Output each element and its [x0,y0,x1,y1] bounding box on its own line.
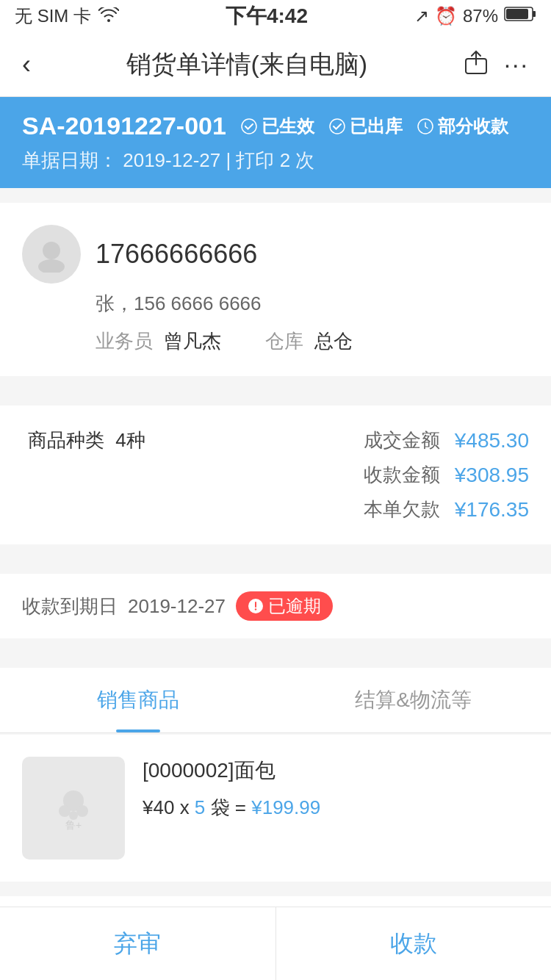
product-type-label: 商品种类 [28,429,104,451]
warehouse-info: 仓库 总仓 [265,328,353,354]
more-button[interactable]: ··· [504,50,529,79]
summary-row: 商品种类 4种 成交金额 ¥485.30 收款金额 ¥308.95 本单欠款 ¥… [22,428,529,522]
svg-text:鲁+: 鲁+ [65,819,82,831]
share-button[interactable] [463,48,489,80]
total-1: ¥199.99 [251,796,320,818]
status-time: 下午4:42 [226,2,308,30]
nav-right[interactable]: ··· [463,48,529,80]
warehouse-name: 总仓 [314,330,353,352]
customer-card: 17666666666 张，156 6666 6666 业务员 曾凡杰 仓库 总… [0,203,551,376]
svg-point-7 [43,242,60,259]
overdue-badge: 已逾期 [236,591,333,621]
alarm-icon: ⏰ [435,6,457,26]
sales-name: 曾凡杰 [164,330,221,352]
svg-point-12 [59,805,71,817]
sales-info: 业务员 曾凡杰 [96,328,221,354]
customer-info: 业务员 曾凡杰 仓库 总仓 [22,328,529,354]
order-id-text: SA-20191227-001 [22,112,226,140]
nav-title: 销货单详情(来自电脑) [126,48,368,82]
collected-row: 收款金额 ¥308.95 [364,462,529,488]
svg-point-4 [242,119,256,134]
order-date: 2019-12-27 [123,149,220,171]
tabs: 销售商品 结算&物流等 [0,668,551,733]
list-item: 鲁+ [0000002]面包 ¥40 x 5 袋 = ¥199.99 [0,735,551,882]
status-badge-3: 部分收款 [417,115,508,138]
customer-name: 张，156 6666 6666 [22,291,529,317]
customer-id: 17666666666 [96,239,257,270]
tab-sales-label: 销售商品 [97,686,179,714]
warehouse-label: 仓库 [265,330,303,352]
product-info-1: [0000002]面包 ¥40 x 5 袋 = ¥199.99 [143,757,529,821]
back-button[interactable]: ‹ [22,49,31,80]
status-badge-1: 已生效 [241,115,314,138]
tab-sales[interactable]: 销售商品 [0,668,276,732]
transaction-row: 成交金额 ¥485.30 [364,428,529,453]
order-banner: SA-20191227-001 已生效 已出库 部分收款 单据日期： 2019-… [0,97,551,188]
customer-name-row: 17666666666 [22,225,529,284]
product-thumbnail-1: 鲁+ [22,757,125,860]
order-id-row: SA-20191227-001 已生效 已出库 部分收款 [22,112,529,140]
debt-amount: ¥176.35 [455,498,529,522]
cancel-review-button[interactable]: 弃审 [0,907,276,980]
wifi-icon [98,6,119,26]
tab-settlement-label: 结算&物流等 [355,686,472,714]
svg-point-10 [255,608,256,610]
sales-label: 业务员 [96,330,153,352]
tab-settlement[interactable]: 结算&物流等 [276,668,551,732]
collected-label: 收款金额 [364,462,440,488]
x-separator-1: x [180,796,195,818]
status-left: 无 SIM 卡 [15,4,119,28]
location-icon: ↗ [414,6,429,26]
svg-point-5 [330,119,345,134]
price-1: ¥40 [143,796,174,818]
tab-underline [116,729,160,732]
svg-point-8 [38,259,65,273]
status-bar: 无 SIM 卡 下午4:42 ↗ ⏰ 87% [0,0,551,32]
bottom-bar: 弃审 收款 [0,907,551,980]
due-date-label: 收款到期日 [22,594,118,619]
product-type-item: 商品种类 4种 [22,428,145,453]
debt-label: 本单欠款 [364,497,440,522]
svg-rect-1 [533,11,536,17]
product-type-count: 4种 [115,429,145,451]
debt-row: 本单欠款 ¥176.35 [364,497,529,522]
product-price-1: ¥40 x 5 袋 = ¥199.99 [143,795,529,821]
status-right: ↗ ⏰ 87% [414,6,536,26]
product-name-1: [0000002]面包 [143,757,529,785]
equals-1: = [235,796,251,818]
customer-avatar [22,225,81,284]
summary-left: 商品种类 4种 [22,428,145,453]
collect-payment-button[interactable]: 收款 [276,907,552,980]
due-section: 收款到期日 2019-12-27 已逾期 [0,574,551,638]
nav-bar: ‹ 销货单详情(来自电脑) ··· [0,32,551,97]
svg-point-13 [76,805,88,817]
summary-section: 商品种类 4种 成交金额 ¥485.30 收款金额 ¥308.95 本单欠款 ¥… [0,406,551,544]
transaction-label: 成交金额 [364,428,440,453]
carrier-text: 无 SIM 卡 [15,4,91,28]
nav-left[interactable]: ‹ [22,49,31,80]
status-badge-2: 已出库 [329,115,403,138]
print-info: | 打印 2 次 [226,149,314,171]
overdue-text: 已逾期 [268,594,321,618]
unit-1: 袋 [211,796,230,818]
summary-right: 成交金额 ¥485.30 收款金额 ¥308.95 本单欠款 ¥176.35 [364,428,529,522]
collected-amount: ¥308.95 [455,464,529,487]
due-date-value: 2019-12-27 [128,595,226,618]
svg-rect-2 [506,9,528,19]
battery-text: 87% [463,6,498,26]
date-label: 单据日期： [22,149,118,171]
order-meta: 单据日期： 2019-12-27 | 打印 2 次 [22,148,529,173]
transaction-amount: ¥485.30 [455,429,529,453]
battery-icon [504,6,536,26]
qty-1: 5 [195,796,205,818]
